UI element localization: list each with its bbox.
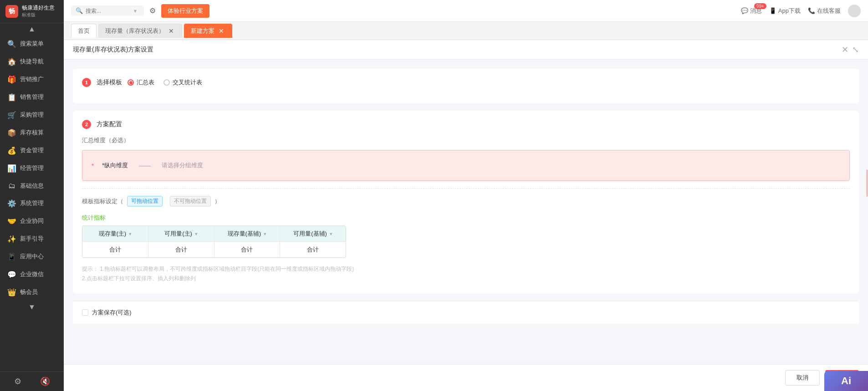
tab-new-scheme[interactable]: 新建方案 ✕ bbox=[184, 24, 232, 38]
dimension-area[interactable]: * *纵向维度 —— 请选择分组维度 bbox=[82, 150, 850, 181]
sidebar-item-sales[interactable]: 📋 销售管理 bbox=[0, 88, 64, 106]
system-icon: ⚙️ bbox=[7, 199, 16, 208]
chevron-down-icon-4[interactable]: ▾ bbox=[330, 231, 332, 237]
stats-col-1-value: 合计 bbox=[82, 242, 148, 257]
settings-icon[interactable]: ⚙ bbox=[149, 6, 156, 15]
sidebar-item-label: 新手引导 bbox=[20, 235, 44, 243]
indicator-settings-suffix: ） bbox=[214, 197, 220, 206]
search-input[interactable] bbox=[86, 8, 131, 14]
draggable-tag: 可拖动位置 bbox=[127, 196, 163, 206]
logo-text-block: 畅康通好生意 标准版 bbox=[22, 5, 55, 18]
vertical-dim-label: *纵向维度 bbox=[102, 161, 128, 170]
tab-new-scheme-label: 新建方案 bbox=[191, 27, 214, 35]
sidebar-item-management[interactable]: 📊 经营管理 bbox=[0, 159, 64, 177]
sidebar-scroll-down[interactable]: ▼ bbox=[0, 301, 64, 313]
stats-col-3-label: 现存量(基辅) bbox=[228, 230, 261, 238]
close-page-button[interactable]: ✕ bbox=[842, 45, 848, 55]
page-header: 现存量(库存状况表)方案设置 ✕ ⤡ bbox=[64, 40, 868, 60]
step1-badge: 1 bbox=[82, 78, 91, 87]
sidebar-item-label: 系统管理 bbox=[20, 199, 44, 207]
cancel-button[interactable]: 取消 bbox=[785, 370, 820, 386]
search-icon: 🔍 bbox=[7, 40, 16, 48]
dimension-dash: —— bbox=[139, 162, 151, 169]
page-title: 现存量(库存状况表)方案设置 bbox=[73, 46, 153, 54]
sidebar-item-cooperation[interactable]: 🤝 企业协同 bbox=[0, 212, 64, 230]
sidebar-item-search[interactable]: 🔍 搜索菜单 bbox=[0, 35, 64, 53]
stats-body-row: 合计 合计 合计 合计 bbox=[82, 242, 346, 257]
sidebar-logo: 畅 畅康通好生意 标准版 bbox=[0, 0, 64, 23]
sidebar-item-finance[interactable]: 💰 资金管理 bbox=[0, 142, 64, 159]
sidebar-item-member[interactable]: 👑 畅会员 bbox=[0, 283, 64, 301]
expand-page-button[interactable]: ⤡ bbox=[852, 45, 859, 55]
sidebar-item-system[interactable]: ⚙️ 系统管理 bbox=[0, 195, 64, 212]
sidebar-item-label: 企业协同 bbox=[20, 217, 44, 225]
tab-inventory-status-label: 现存量（库存状况表） bbox=[105, 27, 164, 35]
topbar: 🔍 ▾ ⚙ 体验行业方案 💬 消息 99+ 📱 App下载 📞 在线客服 bbox=[64, 0, 868, 22]
tab-home-label: 首页 bbox=[78, 27, 90, 35]
tab-inventory-status-close[interactable]: ✕ bbox=[167, 27, 175, 35]
stats-col-3-value: 合计 bbox=[214, 242, 281, 257]
sidebar-item-label: 应用中心 bbox=[20, 252, 44, 261]
stats-col-3-header[interactable]: 现存量(基辅) ▾ bbox=[214, 226, 281, 242]
stats-col-4-header[interactable]: 可用量(基辅) ▾ bbox=[280, 226, 346, 242]
step2-badge: 2 bbox=[82, 120, 91, 129]
sidebar-item-marketing[interactable]: 🎁 营销推广 bbox=[0, 71, 64, 88]
dimension-required-label: 汇总维度（必选） bbox=[82, 136, 850, 144]
radio-summary[interactable]: 汇总表 bbox=[128, 78, 154, 87]
scroll-indicator bbox=[866, 170, 868, 197]
finance-icon: 💰 bbox=[7, 146, 16, 155]
sidebar-item-shortcut[interactable]: 🏠 快捷导航 bbox=[0, 53, 64, 71]
app-download-button[interactable]: 📱 App下载 bbox=[769, 7, 801, 15]
template-radio-group: 汇总表 交叉统计表 bbox=[128, 78, 202, 87]
sidebar-item-label: 畅会员 bbox=[20, 288, 38, 296]
sidebar-item-wechat[interactable]: 💬 企业微信 bbox=[0, 266, 64, 283]
online-service-button[interactable]: 📞 在线客服 bbox=[808, 7, 841, 15]
message-button[interactable]: 💬 消息 99+ bbox=[741, 7, 762, 15]
ai-badge-label: Ai bbox=[841, 375, 851, 387]
stats-table: 现存量(主) ▾ 可用量(主) ▾ 现存量(基辅) ▾ bbox=[82, 226, 346, 258]
gift-icon: 🎁 bbox=[7, 75, 16, 84]
sidebar-item-appstore[interactable]: 📱 应用中心 bbox=[0, 248, 64, 266]
chevron-down-icon-2[interactable]: ▾ bbox=[195, 231, 198, 237]
ai-badge[interactable]: Ai bbox=[824, 371, 868, 391]
sidebar-item-label: 采购管理 bbox=[20, 111, 44, 119]
sidebar-item-label: 基础信息 bbox=[20, 182, 44, 190]
sidebar-item-label: 经营管理 bbox=[20, 164, 44, 172]
purchase-icon: 🛒 bbox=[7, 111, 16, 119]
tab-inventory-status[interactable]: 现存量（库存状况表） ✕ bbox=[98, 24, 182, 38]
chevron-down-icon-1[interactable]: ▾ bbox=[129, 231, 132, 237]
radio-cross[interactable]: 交叉统计表 bbox=[163, 78, 202, 87]
tab-home[interactable]: 首页 bbox=[71, 24, 97, 38]
sidebar-item-newbie[interactable]: ✨ 新手引导 bbox=[0, 230, 64, 248]
settings-bottom-icon[interactable]: ⚙ bbox=[14, 376, 21, 386]
sidebar-item-basic[interactable]: 🗂 基础信息 bbox=[0, 177, 64, 195]
tips-section: 提示： 1.拖动标题栏可以调整布局，不可跨维度或指标区域拖动栏目字段(只能在同一… bbox=[82, 265, 850, 283]
step1-section: 1 选择模板 汇总表 交叉统计表 bbox=[73, 69, 859, 103]
save-scheme-row: 方案保存(可选) bbox=[73, 301, 859, 324]
tip-2: 2.点击标题栏下拉可设置排序、插入列和删除列 bbox=[82, 275, 850, 283]
tab-new-scheme-close[interactable]: ✕ bbox=[217, 27, 225, 35]
content: 1 选择模板 汇总表 交叉统计表 bbox=[64, 60, 868, 333]
main-area: 🔍 ▾ ⚙ 体验行业方案 💬 消息 99+ 📱 App下载 📞 在线客服 bbox=[64, 0, 868, 391]
sidebar-item-purchase[interactable]: 🛒 采购管理 bbox=[0, 106, 64, 124]
search-icon: 🔍 bbox=[76, 7, 83, 14]
save-scheme-checkbox[interactable] bbox=[82, 309, 88, 316]
newbie-icon: ✨ bbox=[7, 235, 16, 243]
stats-col-1-header[interactable]: 现存量(主) ▾ bbox=[82, 226, 148, 242]
sidebar-scroll-up[interactable]: ▲ bbox=[0, 23, 64, 35]
indicator-settings-label: 模板指标设定（ 可拖动位置 不可拖动位置 ） bbox=[82, 196, 850, 206]
stats-col-2-header[interactable]: 可用量(主) ▾ bbox=[148, 226, 214, 242]
user-avatar[interactable] bbox=[848, 5, 861, 17]
indicator-settings: 模板指标设定（ 可拖动位置 不可拖动位置 ） bbox=[82, 196, 850, 206]
required-star: * bbox=[92, 162, 94, 169]
page-header-buttons: ✕ ⤡ bbox=[842, 45, 859, 55]
chevron-down-icon[interactable]: ▾ bbox=[134, 8, 137, 14]
logo-icon: 畅 bbox=[5, 5, 18, 18]
page-area: 现存量(库存状况表)方案设置 ✕ ⤡ 1 选择模板 汇总表 bbox=[64, 40, 868, 364]
sidebar-item-inventory[interactable]: 📦 库存核算 bbox=[0, 124, 64, 142]
trial-button[interactable]: 体验行业方案 bbox=[161, 4, 209, 18]
tip-1: 提示： 1.拖动标题栏可以调整布局，不可跨维度或指标区域拖动栏目字段(只能在同一… bbox=[82, 265, 850, 273]
step2-label: 方案配置 bbox=[97, 120, 122, 129]
chevron-down-icon-3[interactable]: ▾ bbox=[264, 231, 266, 237]
audio-bottom-icon[interactable]: 🔇 bbox=[40, 376, 50, 386]
